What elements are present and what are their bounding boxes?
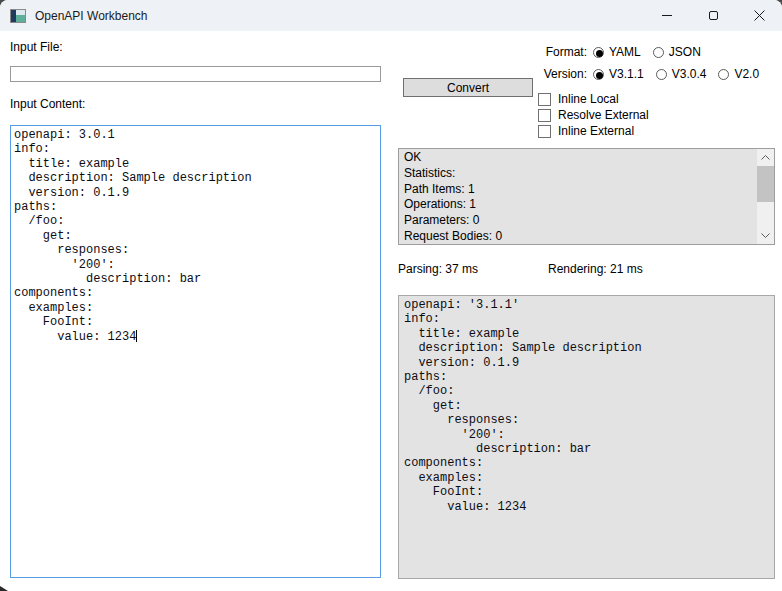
scroll-down-icon[interactable] (757, 228, 774, 243)
version-group-label: Version: (540, 67, 587, 81)
maximize-button[interactable] (690, 0, 736, 31)
input-content-editor[interactable]: openapi: 3.0.1 info: title: example desc… (10, 125, 381, 578)
radio-format-json-label[interactable]: JSON (669, 45, 701, 59)
inline-external-checkbox-box (538, 125, 551, 138)
minimize-button[interactable] (644, 0, 690, 31)
output-content-panel: openapi: '3.1.1' info: title: example de… (398, 295, 775, 579)
status-scrollbar[interactable] (757, 149, 774, 244)
status-line: Statistics: (404, 166, 769, 182)
radio-version-v304[interactable] (656, 69, 667, 80)
inline-local-label: Inline Local (558, 92, 619, 106)
close-button[interactable] (736, 0, 782, 31)
radio-version-v311[interactable] (593, 69, 604, 80)
status-line: OK (404, 150, 769, 166)
version-radio-group: Version: V3.1.1 V3.0.4 V2.0 (540, 66, 771, 82)
radio-version-v20[interactable] (718, 69, 729, 80)
radio-format-yaml-label[interactable]: YAML (609, 45, 641, 59)
app-window: OpenAPI Workbench Input File: Input Cont… (0, 0, 782, 591)
checkbox-inline-external[interactable]: Inline External (538, 123, 649, 139)
inline-external-label: Inline External (558, 124, 634, 138)
inline-local-checkbox-box (538, 93, 551, 106)
radio-version-v311-label[interactable]: V3.1.1 (609, 67, 644, 81)
format-group-label: Format: (540, 45, 587, 59)
resolve-external-checkbox-box (538, 109, 551, 122)
format-radio-group: Format: YAML JSON (540, 44, 713, 60)
checkbox-resolve-external[interactable]: Resolve External (538, 107, 649, 123)
convert-button-label: Convert (447, 81, 489, 95)
title-bar: OpenAPI Workbench (0, 0, 782, 31)
radio-version-v304-label[interactable]: V3.0.4 (672, 67, 707, 81)
input-file-field[interactable] (10, 66, 381, 82)
convert-button[interactable]: Convert (403, 78, 533, 97)
rendering-time-label: Rendering: 21 ms (548, 262, 643, 276)
status-line: Operations: 1 (404, 197, 769, 213)
close-icon (754, 10, 765, 21)
parsing-time-label: Parsing: 37 ms (398, 262, 478, 276)
scroll-up-icon[interactable] (757, 150, 774, 165)
resolve-external-label: Resolve External (558, 108, 649, 122)
radio-format-json[interactable] (653, 47, 664, 58)
input-content-text: openapi: 3.0.1 info: title: example desc… (14, 128, 252, 344)
scrollbar-thumb[interactable] (757, 166, 774, 202)
app-icon (10, 8, 26, 24)
status-line: Path Items: 1 (404, 182, 769, 198)
status-panel: OK Statistics: Path Items: 1 Operations:… (398, 148, 775, 245)
status-lines: OK Statistics: Path Items: 1 Operations:… (399, 149, 774, 245)
checkbox-inline-local[interactable]: Inline Local (538, 91, 649, 107)
radio-format-yaml[interactable] (593, 47, 604, 58)
options-checkbox-group: Inline Local Resolve External Inline Ext… (538, 91, 649, 139)
maximize-icon (709, 11, 718, 20)
minimize-icon (662, 15, 672, 16)
status-line: Request Bodies: 0 (404, 229, 769, 245)
input-file-label: Input File: (10, 40, 63, 54)
output-content-text: openapi: '3.1.1' info: title: example de… (404, 298, 642, 514)
mouse-cursor-artifact (0, 586, 8, 591)
window-controls (644, 0, 782, 31)
text-caret (136, 330, 137, 342)
input-content-label: Input Content: (10, 97, 85, 111)
window-title: OpenAPI Workbench (35, 9, 148, 23)
radio-version-v20-label[interactable]: V2.0 (734, 67, 759, 81)
status-line: Parameters: 0 (404, 213, 769, 229)
